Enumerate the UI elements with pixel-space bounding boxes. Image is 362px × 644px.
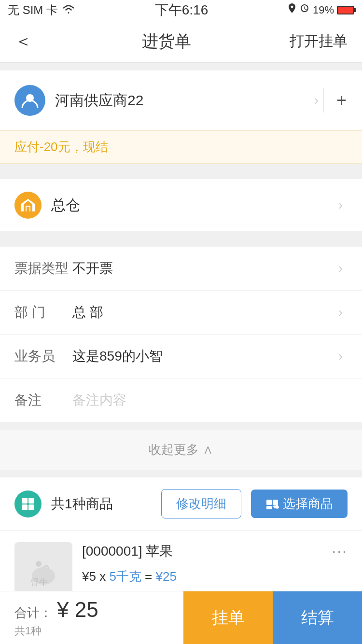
products-icon xyxy=(14,490,42,518)
status-right: 19% xyxy=(288,3,354,17)
invoice-type-value: 不开票 xyxy=(72,259,338,278)
nav-bar: ＜ 进货单 打开挂单 xyxy=(0,20,362,63)
warehouse-icon xyxy=(14,192,42,219)
product-name: [0000001] 苹果 xyxy=(82,542,322,560)
status-left: 无 SIM 卡 xyxy=(8,2,75,18)
department-value: 总 部 xyxy=(72,303,338,322)
select-product-button[interactable]: 选择商品 xyxy=(251,490,348,518)
products-count-label: 共1种商品 xyxy=(51,495,152,513)
department-row[interactable]: 部 门 总 部 › xyxy=(0,291,362,335)
form-section: 票据类型 不开票 › 部 门 总 部 › 业务员 这是859的小智 › 备注 备… xyxy=(0,247,362,422)
carrier-text: 无 SIM 卡 xyxy=(8,2,58,18)
svg-rect-10 xyxy=(273,505,278,507)
supplier-notice: 应付-20元，现结 xyxy=(0,130,362,164)
salesperson-chevron-icon: › xyxy=(338,349,343,364)
wifi-icon xyxy=(62,3,75,17)
invoice-type-label: 票据类型 xyxy=(14,259,72,278)
product-price: ¥5 x 5千克 = ¥25 xyxy=(82,568,322,585)
battery-percent: 19% xyxy=(313,4,334,16)
checkout-button[interactable]: 结算 xyxy=(273,591,362,644)
warehouse-section: 总仓 › xyxy=(0,179,362,231)
svg-rect-1 xyxy=(22,498,28,504)
footer: 合计： ¥ 25 共1种 挂单 结算 xyxy=(0,591,362,644)
status-bar: 无 SIM 卡 下午6:16 19% xyxy=(0,0,362,20)
edit-details-button[interactable]: 修改明细 xyxy=(161,489,241,518)
page-title: 进货单 xyxy=(142,30,191,53)
add-supplier-button[interactable]: + xyxy=(323,88,348,112)
svg-rect-2 xyxy=(28,498,34,504)
remark-label: 备注 xyxy=(14,391,72,409)
department-chevron-icon: › xyxy=(338,305,343,320)
svg-rect-4 xyxy=(28,504,34,510)
supplier-row[interactable]: 河南供应商22 › + xyxy=(0,70,362,130)
select-product-label: 选择商品 xyxy=(283,495,333,512)
open-hang-button[interactable]: 打开挂单 xyxy=(290,31,348,51)
svg-rect-5 xyxy=(266,500,272,505)
supplier-avatar xyxy=(14,85,45,116)
remark-row[interactable]: 备注 备注内容 xyxy=(0,378,362,422)
salesperson-value: 这是859的小智 xyxy=(72,347,338,365)
hang-button[interactable]: 挂单 xyxy=(183,591,273,644)
department-label: 部 门 xyxy=(14,303,72,322)
warehouse-chevron-icon: › xyxy=(338,197,343,213)
collapse-row[interactable]: 收起更多 ∧ xyxy=(0,430,362,470)
footer-total-sub: 共1种 xyxy=(14,624,169,638)
location-icon xyxy=(288,3,296,17)
footer-total-amount: ¥ 25 xyxy=(57,598,98,622)
remark-input[interactable]: 备注内容 xyxy=(72,391,348,409)
back-button[interactable]: ＜ xyxy=(14,29,43,53)
svg-rect-3 xyxy=(22,504,28,510)
products-header: 共1种商品 修改明细 选择商品 xyxy=(0,477,362,531)
invoice-type-row[interactable]: 票据类型 不开票 › xyxy=(0,247,362,291)
footer-total-label: 合计： xyxy=(14,604,52,621)
salesperson-row[interactable]: 业务员 这是859的小智 › xyxy=(0,335,362,378)
status-time: 下午6:16 xyxy=(155,1,209,19)
product-more-button[interactable]: ··· xyxy=(332,542,348,560)
supplier-section: 河南供应商22 › + 应付-20元，现结 xyxy=(0,70,362,164)
svg-text:督牛: 督牛 xyxy=(30,577,48,587)
alarm-icon xyxy=(299,3,310,17)
product-info: [0000001] 苹果 ¥5 x 5千克 = ¥25 xyxy=(82,542,322,585)
invoice-type-chevron-icon: › xyxy=(338,261,343,276)
supplier-name: 河南供应商22 xyxy=(55,91,314,111)
supplier-chevron-icon: › xyxy=(314,93,319,108)
battery-icon xyxy=(337,6,354,14)
svg-rect-7 xyxy=(266,506,272,509)
warehouse-row[interactable]: 总仓 › xyxy=(0,179,362,231)
salesperson-label: 业务员 xyxy=(14,347,72,365)
warehouse-name: 总仓 xyxy=(51,196,338,215)
svg-point-11 xyxy=(36,561,42,567)
footer-total: 合计： ¥ 25 共1种 xyxy=(0,591,183,644)
